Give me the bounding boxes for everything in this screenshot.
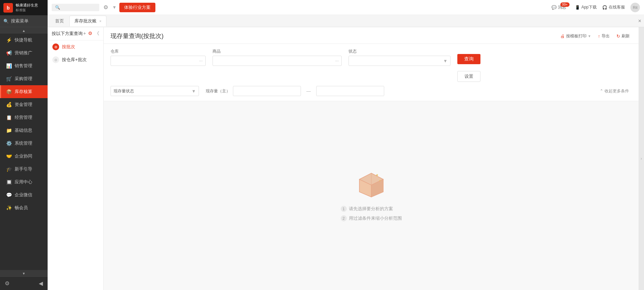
refresh-btn[interactable]: ↻ 刷新 <box>614 32 632 40</box>
sidebar-item-purchase[interactable]: 🛒 采购管理 <box>0 72 48 85</box>
qty-min-input[interactable] <box>233 86 301 96</box>
empty-tips: 1 请先选择要分析的方案 2 用过滤条件来缩小分析范围 <box>341 206 402 221</box>
tab-home-label: 首页 <box>55 18 64 24</box>
filter-batch-icon: ⊙ <box>52 43 59 50</box>
footer-collapse-icon[interactable]: ◀ <box>39 280 43 287</box>
tab-inventory-batch[interactable]: 库存批次账 × <box>69 16 106 26</box>
sidebar-item-enterprise[interactable]: 🤝 企业协同 <box>0 150 48 163</box>
refresh-icon: ↻ <box>616 34 620 39</box>
product-field: 商品 ··· <box>213 49 342 66</box>
sidebar-item-inventory-label: 库存核算 <box>15 89 32 95</box>
warehouse-dots-btn[interactable]: ··· <box>199 58 203 63</box>
qty-dash: — <box>304 89 313 94</box>
guide-icon: 🎓 <box>6 166 12 172</box>
trial-btn[interactable]: 体验行业方案 <box>119 3 155 12</box>
sidebar-item-system-label: 系统管理 <box>15 140 32 146</box>
filter-item-by-warehouse-batch[interactable]: ⊙ 按仓库+批次 <box>48 53 103 66</box>
scroll-up-btn[interactable]: ▲ <box>0 27 48 34</box>
tab-close-btn[interactable]: × <box>99 19 101 23</box>
inventory-icon: 📦 <box>6 89 12 95</box>
sidebar-item-member[interactable]: ✨ 畅会员 <box>0 201 48 214</box>
sidebar-item-inventory[interactable]: 📦 库存核算 <box>0 85 48 98</box>
filter-item-by-batch[interactable]: ⊙ 按批次 <box>48 40 103 53</box>
headphone-icon: 🎧 <box>602 5 607 10</box>
warehouse-input[interactable]: ··· <box>111 56 206 66</box>
print-label: 按模板打印 <box>566 33 587 39</box>
app-logo: b <box>3 3 13 13</box>
avatar[interactable]: Rit <box>630 3 640 12</box>
empty-state: ✦ ✦ 1 请先选择要分析的方案 2 用过滤条件来缩小分析范围 <box>104 101 639 290</box>
print-btn[interactable]: 🖨 按模板打印 ▼ <box>558 32 593 40</box>
sidebar-item-wechat[interactable]: 💬 企业微信 <box>0 188 48 201</box>
sidebar-item-guide[interactable]: 🎓 新手引导 <box>0 163 48 176</box>
phone-icon: 📱 <box>575 5 580 10</box>
export-label: 导出 <box>601 33 610 39</box>
right-toggle-icon: › <box>641 156 642 161</box>
topbar-gear-icon[interactable]: ⚙ <box>102 3 109 12</box>
filter-settings-btn[interactable]: ⚙ <box>88 31 92 37</box>
tip-text-1: 请先选择要分析的方案 <box>349 206 393 212</box>
operations-icon: 📋 <box>6 114 12 121</box>
sidebar-item-quick-nav[interactable]: ⚡ 快捷导航 <box>0 34 48 47</box>
stock-status-dropdown[interactable]: 现存量状态 ▼ <box>111 86 199 96</box>
svg-text:✦: ✦ <box>379 179 381 182</box>
sidebar-search[interactable]: 🔍 搜索菜单 <box>0 15 48 27</box>
filter-panel-title: 按以下方案查询 <box>52 31 83 37</box>
tab-home[interactable]: 首页 <box>50 16 69 26</box>
sidebar-item-appstore[interactable]: 🔲 应用中心 <box>0 176 48 188</box>
enterprise-icon: 🤝 <box>6 153 12 159</box>
empty-tip-1: 1 请先选择要分析的方案 <box>341 206 402 212</box>
product-input[interactable]: ··· <box>213 56 342 66</box>
sidebar-item-base[interactable]: 📁 基础信息 <box>0 124 48 137</box>
messages-btn[interactable]: 💬 消息 99+ <box>552 4 566 10</box>
filter-panel-actions: + ⚙ 《 <box>83 31 99 37</box>
sidebar-header: b 畅康通好生意 标准版 <box>0 0 48 15</box>
sidebar-item-marketing[interactable]: 📢 营销推广 <box>0 47 48 59</box>
appstore-icon: 🔲 <box>6 179 12 185</box>
app-download-label: App下载 <box>581 4 597 10</box>
qty-field: 现存量（主） — <box>206 86 384 96</box>
settings-btn[interactable]: 设置 <box>457 71 480 82</box>
empty-tip-2: 2 用过滤条件来缩小分析范围 <box>341 215 402 221</box>
stock-status-label: 现存量状态 <box>114 88 134 94</box>
app-download-btn[interactable]: 📱 App下载 <box>575 4 597 10</box>
right-panel-close-btn[interactable]: × <box>638 18 641 24</box>
sidebar-item-operations-label: 经营管理 <box>15 114 32 121</box>
sidebar-item-wechat-label: 企业微信 <box>15 192 32 198</box>
filter-collapse-btn[interactable]: 《 <box>95 31 99 37</box>
export-btn[interactable]: ↑ 导出 <box>596 32 612 40</box>
sidebar: b 畅康通好生意 标准版 🔍 搜索菜单 ▲ ⚡ 快捷导航 📢 营销推广 📊 销售… <box>0 0 48 290</box>
svg-text:✦: ✦ <box>375 173 379 178</box>
status-label: 状态 <box>349 49 451 54</box>
query-btn[interactable]: 查询 <box>457 54 480 64</box>
filter-item-by-warehouse-batch-label: 按仓库+批次 <box>62 57 87 63</box>
product-label: 商品 <box>213 49 342 54</box>
print-dropdown-icon[interactable]: ▼ <box>588 34 591 38</box>
scroll-down-btn[interactable]: ▼ <box>0 270 48 276</box>
tip-num-2: 2 <box>341 215 347 221</box>
sidebar-item-sales[interactable]: 📊 销售管理 <box>0 59 48 72</box>
search-icon: 🔍 <box>3 19 9 24</box>
qty-max-input[interactable] <box>316 86 384 96</box>
product-dots-btn[interactable]: ··· <box>335 58 339 63</box>
status-dropdown[interactable]: ▼ <box>349 56 451 66</box>
messages-badge: 99+ <box>560 2 570 7</box>
sidebar-item-system[interactable]: ⚙️ 系统管理 <box>0 137 48 150</box>
sidebar-item-finance-label: 资金管理 <box>15 102 32 108</box>
status-field: 状态 ▼ <box>349 49 451 66</box>
online-service-btn[interactable]: 🎧 在线客服 <box>602 4 625 10</box>
box-svg: ✦ ✦ <box>354 170 388 200</box>
topbar-chevron-icon[interactable]: ▼ <box>112 5 117 10</box>
sidebar-item-operations[interactable]: 📋 经营管理 <box>0 111 48 124</box>
sidebar-item-finance[interactable]: 💰 资金管理 <box>0 98 48 111</box>
topbar-search-box[interactable]: 🔍 <box>52 4 99 11</box>
topbar-search-icon: 🔍 <box>55 5 60 10</box>
wechat-icon: 💬 <box>6 192 12 198</box>
footer-settings-icon[interactable]: ⚙ <box>5 280 10 287</box>
right-panel-toggle[interactable]: › <box>639 27 644 290</box>
collapse-btn[interactable]: ⌃ 收起更多条件 <box>597 87 632 95</box>
topbar: 🔍 ⚙ ▼ 体验行业方案 💬 消息 99+ 📱 App下载 🎧 在线客服 Rit <box>48 0 644 15</box>
sidebar-search-label: 搜索菜单 <box>11 18 29 24</box>
filter-add-btn[interactable]: + <box>83 31 86 37</box>
system-icon: ⚙️ <box>6 140 12 146</box>
